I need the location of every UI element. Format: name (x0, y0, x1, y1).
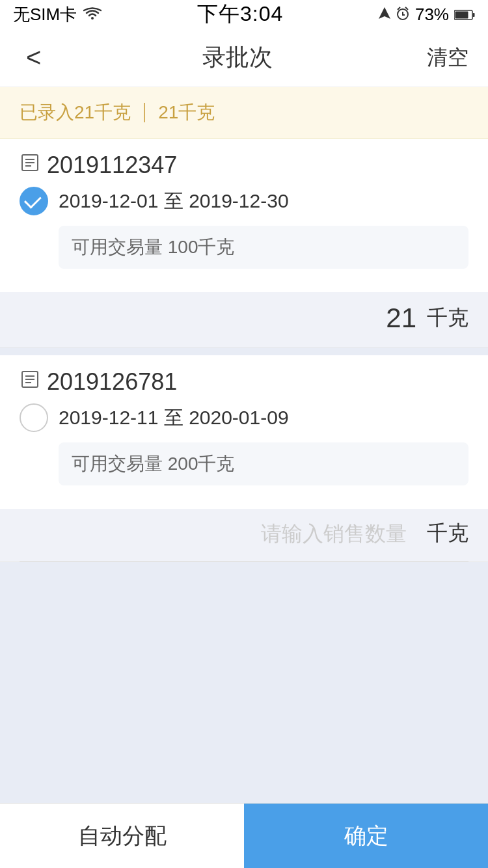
quantity-input-row-2[interactable]: 千克 (0, 509, 488, 562)
status-bar: 无SIM卡 下午3:04 73% (0, 0, 488, 29)
auto-distribute-button[interactable]: 自动分配 (0, 804, 244, 868)
carrier-text: 无SIM卡 (13, 3, 77, 26)
radio-button-2[interactable] (20, 403, 48, 432)
svg-point-0 (91, 17, 94, 20)
recorded-amount: 已录入21千克 (20, 100, 131, 125)
batch-date-2: 2019-12-11 至 2020-01-09 (59, 405, 289, 431)
location-icon (379, 5, 390, 25)
batch-item-2: 2019126781 2019-12-11 至 2020-01-09 可用交易量… (0, 355, 488, 509)
nav-bar: < 录批次 清空 (0, 29, 488, 87)
alarm-icon (396, 5, 410, 25)
battery-text: 73% (415, 5, 449, 25)
status-right: 73% (379, 5, 475, 25)
batch-icon-2 (20, 369, 40, 395)
battery-icon (454, 5, 475, 25)
banner-divider (144, 103, 145, 122)
clear-button[interactable]: 清空 (427, 44, 468, 72)
svg-rect-3 (473, 13, 475, 17)
batch-header-1: 2019112347 (20, 152, 468, 179)
quantity-input-2[interactable] (156, 522, 416, 546)
batch-available-1: 可用交易量 100千克 (59, 226, 468, 269)
total-amount: 21千克 (158, 100, 215, 125)
page-title: 录批次 (202, 42, 273, 74)
batch-item-1: 2019112347 2019-12-01 至 2019-12-30 可用交易量… (0, 139, 488, 292)
svg-rect-4 (455, 11, 468, 18)
confirm-button[interactable]: 确定 (244, 804, 488, 868)
quantity-unit-1: 千克 (427, 304, 468, 332)
quantity-value-1: 21 (386, 303, 416, 334)
batch-number-2: 2019126781 (47, 368, 177, 396)
batch-date-row-2[interactable]: 2019-12-11 至 2020-01-09 (20, 403, 468, 432)
batch-number-1: 2019112347 (47, 152, 177, 179)
radio-button-1[interactable] (20, 187, 48, 215)
status-left: 无SIM卡 (13, 3, 102, 26)
info-banner: 已录入21千克 21千克 (0, 87, 488, 139)
back-button[interactable]: < (20, 36, 47, 79)
quantity-unit-2: 千克 (427, 519, 468, 548)
batch-header-2: 2019126781 (20, 368, 468, 396)
batch-date-1: 2019-12-01 至 2019-12-30 (59, 188, 289, 215)
status-time: 下午3:04 (197, 0, 283, 29)
wifi-icon (83, 5, 102, 25)
quantity-row-1: 21 千克 (0, 292, 488, 347)
batch-available-2: 可用交易量 200千克 (59, 442, 468, 485)
batch-date-row-1[interactable]: 2019-12-01 至 2019-12-30 (20, 187, 468, 215)
section-divider-1 (0, 347, 488, 355)
bottom-bar: 自动分配 确定 (0, 803, 488, 868)
batch-icon-1 (20, 152, 40, 178)
